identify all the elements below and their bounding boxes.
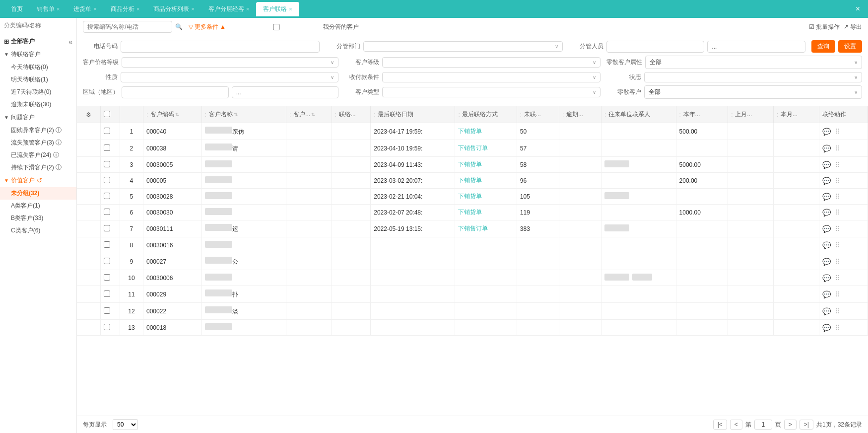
first-page-btn[interactable]: |< — [713, 420, 727, 430]
contact-method-link[interactable]: 下销售订单 — [458, 225, 488, 232]
th-last-contact-method[interactable]: :最后联络方式 — [455, 106, 517, 123]
sort-icon[interactable]: ⇅ — [234, 112, 238, 117]
menu-icon[interactable]: ⠿ — [835, 274, 840, 282]
chat-icon[interactable]: 💬 — [822, 193, 831, 201]
select-all-checkbox[interactable] — [104, 111, 110, 117]
resize-handle[interactable]: : — [146, 111, 148, 118]
sidebar-item-abnormal-purchase[interactable]: 固购异常客户(2) ⓘ — [0, 124, 76, 137]
menu-icon[interactable]: ⠿ — [835, 177, 840, 185]
prev-page-btn[interactable]: < — [730, 420, 742, 430]
menu-icon[interactable]: ⠿ — [835, 241, 840, 249]
more-conditions-btn[interactable]: ▽ 更多条件 ▲ — [189, 23, 226, 31]
sidebar-item-ungrouped[interactable]: 未分组(32) — [0, 187, 76, 200]
contact-method-link[interactable]: 下销售订单 — [458, 144, 488, 151]
resize-handle[interactable]: : — [731, 111, 733, 118]
resize-handle[interactable]: : — [604, 111, 606, 118]
query-btn[interactable]: 查询 — [811, 40, 835, 53]
resize-handle[interactable]: : — [458, 111, 460, 118]
th-customer-code[interactable]: :客户编码⇅ — [143, 106, 202, 123]
customer-type-select[interactable]: ∨ — [382, 87, 600, 97]
menu-icon[interactable]: ⠿ — [835, 144, 840, 152]
customer-level-select[interactable]: ∨ — [382, 57, 600, 68]
th-overdue[interactable]: :逾期... — [559, 106, 601, 123]
all-customers-header[interactable]: ⊞ 全部客户 « — [0, 33, 76, 48]
phone-input[interactable] — [121, 41, 320, 53]
menu-icon[interactable]: ⠿ — [835, 128, 840, 136]
th-contact[interactable]: :联络... — [332, 106, 371, 123]
chat-icon[interactable]: 💬 — [822, 258, 831, 266]
region-input[interactable] — [122, 86, 229, 98]
sidebar-group-problem[interactable]: ▼ 问题客户 — [0, 111, 76, 124]
menu-icon[interactable]: ⠿ — [835, 161, 840, 169]
menu-icon[interactable]: ⠿ — [835, 258, 840, 266]
chat-icon[interactable]: 💬 — [822, 144, 831, 152]
customer-attr-select[interactable]: 全部 ∨ — [645, 56, 862, 69]
contact-method-link[interactable]: 下销货单 — [458, 128, 482, 135]
contact-method-link[interactable]: 下销货单 — [458, 177, 482, 184]
resize-handle[interactable]: : — [289, 111, 291, 118]
th-settings[interactable]: ⚙ — [77, 106, 100, 123]
nature-select[interactable]: ∨ — [121, 72, 338, 82]
th-contact-person[interactable]: :往来单位联系人 — [601, 106, 676, 123]
refresh-icon[interactable]: ↺ — [37, 177, 42, 184]
payment-select[interactable]: ∨ — [382, 72, 600, 82]
chat-icon[interactable]: 💬 — [822, 324, 831, 332]
row-checkbox[interactable] — [104, 241, 110, 248]
menu-icon[interactable]: ⠿ — [835, 225, 840, 233]
th-checkbox[interactable] — [100, 106, 120, 123]
sidebar-group-pending[interactable]: ▼ 待联络客户 — [0, 48, 76, 61]
menu-icon[interactable]: ⠿ — [835, 193, 840, 201]
sort-icon[interactable]: ⇅ — [311, 112, 315, 117]
chat-icon[interactable]: 💬 — [822, 290, 831, 298]
close-icon[interactable]: × — [246, 6, 249, 12]
sidebar-group-value[interactable]: ▼ 价值客户 ↺ — [0, 174, 76, 187]
sidebar-item-lost[interactable]: 已流失客户(24) ⓘ — [0, 149, 76, 161]
manager-input[interactable] — [606, 41, 705, 53]
th-this-year[interactable]: :本年... — [676, 106, 728, 123]
resize-handle[interactable]: : — [374, 111, 376, 118]
chat-icon[interactable]: 💬 — [822, 225, 831, 233]
chat-icon[interactable]: 💬 — [822, 128, 831, 136]
contact-method-link[interactable]: 下销货单 — [458, 161, 482, 168]
sidebar-item-continuous-decline[interactable]: 持续下滑客户(2) ⓘ — [0, 161, 76, 174]
status-select[interactable]: ∨ — [644, 72, 862, 82]
th-last-month[interactable]: :上月... — [728, 106, 774, 123]
chat-icon[interactable]: 💬 — [822, 241, 831, 249]
search-btn-icon[interactable]: 🔍 — [175, 23, 183, 30]
menu-icon[interactable]: ⠿ — [835, 209, 840, 216]
sidebar-item-week[interactable]: 近7天待联络(0) — [0, 86, 76, 98]
close-icon[interactable]: × — [57, 6, 60, 12]
close-icon[interactable]: × — [191, 6, 194, 12]
reset-btn[interactable]: 设置 — [838, 40, 862, 53]
sidebar-item-c-class[interactable]: C类客户(6) — [0, 224, 76, 237]
row-checkbox[interactable] — [104, 290, 110, 297]
next-page-btn[interactable]: > — [784, 420, 797, 430]
row-checkbox[interactable] — [104, 258, 110, 264]
per-page-select[interactable]: 50 100 200 — [113, 419, 138, 430]
th-this-month[interactable]: :本月... — [773, 106, 819, 123]
sidebar-item-tomorrow[interactable]: 明天待联络(1) — [0, 73, 76, 86]
sidebar-item-today[interactable]: 今天待联络(0) — [0, 61, 76, 73]
tab-product-analysis[interactable]: 商品分析 × — [104, 2, 146, 16]
resize-handle[interactable]: : — [679, 111, 681, 118]
collapse-icon[interactable]: « — [68, 38, 72, 46]
chat-icon[interactable]: 💬 — [822, 307, 831, 315]
row-checkbox[interactable] — [104, 161, 110, 167]
resize-handle[interactable]: : — [205, 111, 207, 118]
scattered-select[interactable]: 全部 ∨ — [644, 85, 862, 99]
price-level-select[interactable]: ∨ — [122, 57, 338, 68]
category-search-input[interactable] — [4, 22, 77, 29]
tab-home[interactable]: 首页 — [4, 2, 30, 16]
tab-purchase[interactable]: 进货单 × — [67, 2, 103, 16]
resize-handle[interactable]: : — [777, 111, 779, 118]
th-customer-name[interactable]: :客户名称⇅ — [201, 106, 286, 123]
th-no-contact[interactable]: :未联... — [517, 106, 559, 123]
row-checkbox[interactable] — [104, 177, 110, 183]
search-input[interactable] — [83, 21, 172, 33]
region-more-btn[interactable]: ... — [232, 86, 339, 98]
tab-customer-contact[interactable]: 客户联络 × — [256, 2, 299, 16]
row-checkbox[interactable] — [104, 193, 110, 199]
close-icon[interactable]: × — [289, 6, 292, 12]
manager-more-btn[interactable]: ... — [707, 41, 805, 53]
resize-handle[interactable]: : — [562, 111, 564, 118]
